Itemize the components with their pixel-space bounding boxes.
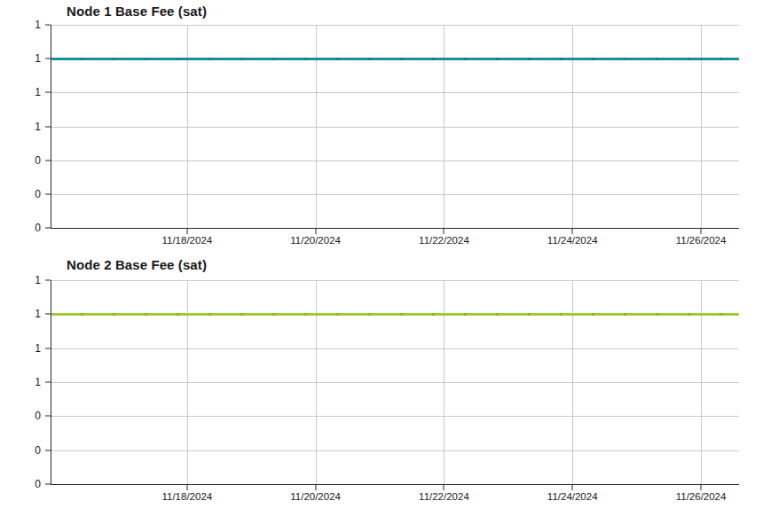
gridline-v <box>701 280 702 484</box>
y-tick-label: 0 <box>2 223 41 233</box>
gridline-v <box>701 25 702 228</box>
gridline-h <box>51 194 739 195</box>
y-tick <box>45 126 51 127</box>
y-tick <box>45 450 51 450</box>
x-tick-label: 11/26/2024 <box>676 491 727 502</box>
chart-title-node1: Node 1 Base Fee (sat) <box>67 4 207 19</box>
y-tick-label: 1 <box>2 20 41 30</box>
plot-area-node1: 1 1 1 1 0 0 0 11/18/2024 11/20/2024 11/2… <box>51 25 739 229</box>
y-tick <box>45 25 51 26</box>
gridline-h <box>51 280 739 281</box>
y-tick-label: 1 <box>2 377 41 387</box>
y-tick-label: 0 <box>2 411 41 421</box>
gridline-h <box>51 92 739 93</box>
x-tick-label: 11/20/2024 <box>290 235 341 246</box>
y-tick <box>45 160 51 160</box>
x-tick <box>444 229 444 234</box>
node1-series-line <box>51 58 739 60</box>
gridline-h <box>51 348 739 349</box>
x-tick <box>315 485 316 490</box>
x-tick <box>315 229 316 234</box>
x-tick <box>186 229 187 234</box>
y-tick <box>45 484 51 485</box>
x-tick-label: 11/24/2024 <box>547 491 598 502</box>
y-tick-label: 0 <box>2 155 41 166</box>
y-tick <box>45 280 51 281</box>
x-tick <box>701 229 702 234</box>
y-tick-label: 1 <box>2 343 41 354</box>
y-tick-label: 1 <box>2 121 41 132</box>
y-tick <box>45 92 51 93</box>
node2-series-line <box>51 313 739 316</box>
gridline-v <box>572 280 573 484</box>
gridline-v <box>444 25 444 228</box>
gridline-h <box>51 25 739 26</box>
gridline-h <box>51 450 739 451</box>
x-tick <box>186 485 187 490</box>
y-tick-label: 1 <box>2 87 41 98</box>
x-tick-label: 11/24/2024 <box>547 235 598 246</box>
gridline-h <box>51 160 739 161</box>
gridline-v <box>187 280 188 484</box>
x-tick-label: 11/26/2024 <box>676 235 727 246</box>
gridline-h <box>51 127 739 128</box>
y-tick <box>45 416 51 417</box>
y-tick <box>45 382 51 383</box>
y-tick <box>45 314 51 315</box>
gridline-v <box>316 280 317 484</box>
y-tick-label: 1 <box>2 309 41 319</box>
y-tick <box>45 59 51 59</box>
plot-area-node2: 1 1 1 1 0 0 0 11/18/2024 11/20/2024 11/2… <box>51 280 739 485</box>
y-tick-label: 1 <box>2 275 41 286</box>
x-tick-label: 11/20/2024 <box>290 491 341 502</box>
x-tick-label: 11/18/2024 <box>161 235 212 246</box>
x-tick-label: 11/18/2024 <box>161 491 212 502</box>
chart-title-node2: Node 2 Base Fee (sat) <box>67 257 207 272</box>
y-tick <box>45 193 51 194</box>
gridline-h <box>51 416 739 417</box>
y-tick <box>45 228 51 229</box>
gridline-v <box>572 25 573 228</box>
y-tick-label: 0 <box>2 445 41 456</box>
y-tick-label: 0 <box>2 189 41 200</box>
x-tick <box>572 485 573 490</box>
x-tick-label: 11/22/2024 <box>419 491 469 502</box>
y-tick-label: 1 <box>2 53 41 64</box>
gridline-v <box>444 280 444 484</box>
y-tick-label: 0 <box>2 479 41 489</box>
gridline-v <box>187 25 188 228</box>
x-tick-label: 11/22/2024 <box>419 235 469 246</box>
gridline-v <box>316 25 317 228</box>
x-tick <box>444 485 444 490</box>
y-tick <box>45 348 51 348</box>
x-tick <box>572 229 573 234</box>
gridline-h <box>51 382 739 383</box>
x-tick <box>701 485 702 490</box>
